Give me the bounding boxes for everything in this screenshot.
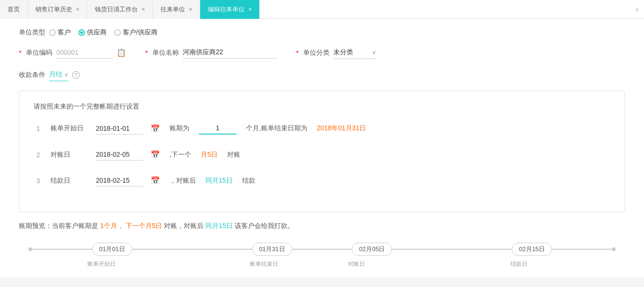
tl-node-bubble-2: 01月31日	[252, 243, 292, 256]
timeline-container: 01月01日 01月31日 02月05日 02月15日 账	[19, 242, 625, 268]
setting-row-1: 1 账单开始日 📅 账期为 个月,账单结束日期为 2018年01月31日	[34, 122, 610, 135]
setting-num-1: 1	[34, 125, 43, 132]
tl-node-bubble-3: 02月05日	[352, 243, 392, 256]
unit-code-label: 单位编码	[26, 49, 52, 57]
settings-box: 请按照未来的一个完整帐期进行设置 1 账单开始日 📅 账期为 个月,账单结束日期…	[19, 91, 625, 212]
timeline-inner: 01月01日 01月31日 02月05日 02月15日 账	[32, 242, 612, 268]
close-edit-partner[interactable]: ×	[248, 6, 252, 13]
code-required-star: *	[19, 49, 21, 57]
bill-start-date-input[interactable]	[96, 123, 143, 135]
main-content: 单位类型 客户 供应商 客户/供应商 * 单位编码	[0, 19, 644, 278]
settings-title: 请按照未来的一个完整帐期进行设置	[34, 102, 610, 111]
unit-type-label: 单位类型	[19, 28, 45, 37]
close-partner[interactable]: ×	[189, 6, 192, 13]
unit-code-input[interactable]	[56, 47, 113, 59]
tl-node-bubble-1: 01月01日	[92, 243, 132, 256]
tl-node-bubble-4: 02月15日	[512, 243, 552, 256]
category-chevron-icon: ∨	[372, 49, 376, 56]
unit-name-field: * 单位名称	[145, 47, 277, 59]
tab-cashier[interactable]: 钱货日清工作台 ×	[87, 0, 153, 19]
tl-seg-1	[32, 249, 92, 250]
payment-chevron-icon: ∨	[64, 71, 68, 78]
tab-scroll-arrow[interactable]: ›	[630, 5, 644, 14]
timeline-right-dot	[612, 242, 616, 251]
bill-start-calendar-icon[interactable]: 📅	[151, 124, 160, 133]
tab-edit-partner[interactable]: 编辑往来单位 ×	[200, 0, 260, 19]
payment-condition-value: 月结	[49, 70, 62, 79]
reconcile-suffix: 对账	[227, 151, 240, 159]
tl-seg-5	[552, 249, 612, 250]
setting-num-2: 2	[34, 151, 43, 159]
unit-code-calendar-icon[interactable]: 📋	[117, 48, 126, 57]
period-value-input[interactable]	[199, 122, 237, 135]
preview-next: 下一个月5日	[126, 222, 162, 229]
tab-bar: 首页 销售订单历史 × 钱货日清工作台 × 往来单位 × 编辑往来单位 × ›	[0, 0, 644, 19]
setting-num-3: 3	[34, 177, 43, 185]
preview-text: 账期预览：当前客户账期是 1个月， 下一个月5日 对账，对账后 同月15日 该客…	[19, 222, 625, 230]
tl-label-4: 结款日	[495, 260, 542, 268]
setting-row-3: 3 结款日 📅 ，对账后 同月15日 结款	[34, 175, 610, 186]
unit-type-row: 单位类型 客户 供应商 客户/供应商	[19, 28, 625, 37]
unit-info-row: * 单位编码 📋 * 单位名称 * 单位分类 未分类 ∨	[19, 46, 625, 59]
unit-category-dropdown[interactable]: 未分类 ∨	[333, 46, 376, 59]
radio-both-circle	[114, 29, 121, 36]
tab-home[interactable]: 首页	[0, 0, 28, 19]
tl-seg-3	[292, 249, 352, 250]
tl-seg-2	[132, 249, 252, 250]
payment-condition-field: 收款条件 月结 ∨ ?	[19, 68, 80, 81]
name-required-star: *	[145, 49, 147, 57]
reconcile-orange-text: 月5日	[201, 151, 218, 159]
unit-code-field: * 单位编码 📋	[19, 47, 126, 59]
unit-name-label: 单位名称	[153, 49, 179, 57]
tab-partner[interactable]: 往来单位 ×	[153, 0, 200, 19]
radio-group: 客户 供应商 客户/供应商	[49, 28, 158, 37]
radio-supplier-circle	[78, 29, 85, 36]
period-prefix: 账期为	[169, 124, 189, 133]
period-suffix: 个月,账单结束日期为	[246, 124, 307, 133]
radio-both[interactable]: 客户/供应商	[114, 28, 158, 37]
timeline-line-row: 01月01日 01月31日 02月05日 02月15日	[32, 242, 612, 257]
preview-suffix: 该客户会给我打款。	[235, 222, 294, 229]
bill-end-date-text: 2018年01月31日	[317, 124, 366, 133]
reconcile-calendar-icon[interactable]: 📅	[151, 150, 160, 159]
payment-date-label: 结款日	[51, 177, 88, 185]
timeline-left-dot	[28, 242, 32, 251]
payment-row: 收款条件 月结 ∨ ?	[19, 68, 625, 81]
reconcile-label: 对账日	[51, 151, 88, 159]
help-icon[interactable]: ?	[72, 71, 80, 79]
radio-customer-circle	[49, 29, 56, 36]
unit-category-label: 单位分类	[303, 49, 330, 57]
radio-customer-label: 客户	[58, 28, 71, 37]
tl-label-1: 账单开始日	[78, 260, 125, 268]
payment-condition-select[interactable]: 月结 ∨	[49, 68, 68, 81]
close-sales-history[interactable]: ×	[76, 6, 79, 13]
tl-label-3: 对账日	[333, 260, 380, 268]
category-required-star: *	[296, 49, 298, 57]
unit-category-value: 未分类	[333, 48, 353, 57]
tab-sales-history[interactable]: 销售订单历史 ×	[28, 0, 87, 19]
reconcile-date-input[interactable]	[96, 149, 143, 160]
radio-supplier-label: 供应商	[87, 28, 107, 37]
radio-both-label: 客户/供应商	[123, 28, 158, 37]
payment-teal-text: 同月15日	[205, 177, 233, 185]
radio-supplier[interactable]: 供应商	[78, 28, 107, 37]
payment-suffix: 结款	[242, 177, 255, 185]
payment-calendar-icon[interactable]: 📅	[151, 176, 160, 185]
payment-prefix: ，对账后	[169, 177, 196, 185]
tl-seg-4	[392, 249, 512, 250]
radio-customer[interactable]: 客户	[49, 28, 71, 37]
setting-row-2: 2 对账日 📅 ,下一个 月5日 对账	[34, 149, 610, 160]
close-cashier[interactable]: ×	[142, 6, 145, 13]
bill-start-label: 账单开始日	[51, 124, 88, 133]
preview-prefix: 账期预览：当前客户账期是	[19, 222, 98, 229]
preview-period: 1个月，	[100, 222, 124, 229]
payment-condition-label: 收款条件	[19, 71, 45, 79]
unit-type-field: 单位类型 客户 供应商 客户/供应商	[19, 28, 158, 37]
preview-mid: 对账，对账后	[164, 222, 203, 229]
tl-label-2: 账单结束日	[240, 260, 288, 268]
timeline-labels-row: 账单开始日 账单结束日 对账日 结款日	[32, 257, 612, 268]
unit-category-field: * 单位分类 未分类 ∨	[296, 46, 376, 59]
unit-name-input[interactable]	[183, 47, 277, 59]
payment-date-input[interactable]	[96, 175, 143, 186]
preview-payment: 同月15日	[205, 222, 233, 229]
